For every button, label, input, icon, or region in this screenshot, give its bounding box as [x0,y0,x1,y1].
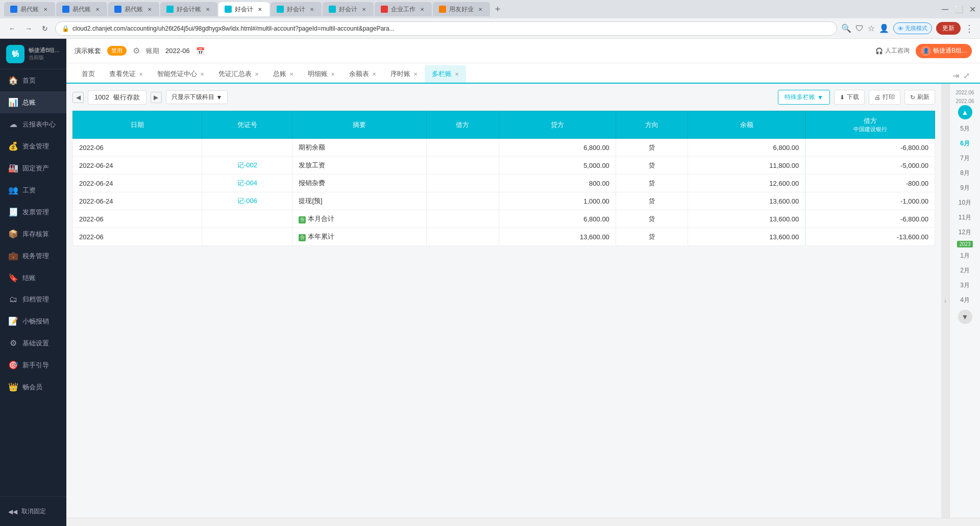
minimize-icon[interactable]: ─ [942,4,948,15]
voucher-link-3[interactable]: 记-006 [237,197,257,205]
close-icon[interactable]: ✕ [969,5,976,14]
update-button[interactable]: 更新 [936,22,961,35]
tab-gl-close[interactable]: ✕ [289,71,293,77]
browser-tab-2[interactable]: 易代账 ✕ [56,2,107,16]
consult-button[interactable]: 🎧 人工咨询 [875,46,910,55]
user-menu-button[interactable]: 👤 畅捷通B组... [916,44,972,58]
horizontal-scrollbar[interactable] [66,518,980,526]
cell-voucher-3[interactable]: 记-006 [202,192,292,210]
tab-close-8[interactable]: ✕ [419,6,426,13]
sidebar-item-funds[interactable]: 💰 资金管理 [0,135,66,157]
cell-voucher-1[interactable]: 记-002 [202,157,292,174]
tab-close-1[interactable]: ✕ [42,6,49,13]
tab-balance-close[interactable]: ✕ [372,71,376,77]
tab-detail-ledger[interactable]: 明细账 ✕ [301,65,342,84]
side-collapse-handle[interactable]: › [941,84,949,518]
tab-multicolumn[interactable]: 多栏账 ✕ [425,65,466,84]
voucher-link-2[interactable]: 记-004 [237,179,257,187]
tab-summary[interactable]: 凭证汇总表 ✕ [211,65,266,84]
expand-icon[interactable]: ⤢ [961,69,972,83]
browser-tab-4[interactable]: 好会计账 ✕ [160,2,217,16]
month-feb[interactable]: 2月 [950,263,980,278]
tab-close-6[interactable]: ✕ [308,6,315,13]
tab-summary-close[interactable]: ✕ [255,71,259,77]
tab-close-2[interactable]: ✕ [94,6,101,13]
month-mar[interactable]: 3月 [950,278,980,293]
month-nov[interactable]: 11月 [950,210,980,225]
tab-mc-close[interactable]: ✕ [455,71,459,77]
browser-tab-9[interactable]: 用友好业 ✕ [433,2,490,16]
tab-dl-close[interactable]: ✕ [331,71,335,77]
tab-home[interactable]: 首页 [75,65,102,84]
sidebar-item-ledger[interactable]: 📊 总账 [0,91,66,113]
tab-smart-close[interactable]: ✕ [200,71,204,77]
tab-close-3[interactable]: ✕ [146,6,153,13]
refresh-button[interactable]: ↻ 刷新 [904,90,935,105]
tab-seq-close[interactable]: ✕ [413,71,418,77]
new-tab-button[interactable]: + [491,3,504,16]
sidebar-item-invoice[interactable]: 🧾 发票管理 [0,201,66,223]
month-dec[interactable]: 12月 [950,225,980,240]
tab-general-ledger[interactable]: 总账 ✕ [266,65,301,84]
timeline-scroll-up[interactable]: ▲ [958,105,972,119]
sidebar-item-inventory[interactable]: 📦 库存核算 [0,223,66,245]
tab-sequential[interactable]: 序时账 ✕ [383,65,425,84]
cell-voucher-2[interactable]: 记-004 [202,174,292,192]
sidebar-item-close[interactable]: 🔖 结账 [0,267,66,289]
special-multicolumn-button[interactable]: 特殊多栏账 ▼ [778,90,830,105]
tab-close-9[interactable]: ✕ [477,6,484,13]
browser-tab-7[interactable]: 好会计 ✕ [323,2,374,16]
sidebar-item-assets[interactable]: 🏭 固定资产 [0,157,66,179]
download-button[interactable]: ⬇ 下载 [834,90,865,105]
menu-icon[interactable]: ⋮ [965,23,974,34]
timeline-scroll-down[interactable]: ▼ [958,310,972,324]
shield-icon[interactable]: 🛡 [855,24,864,33]
sidebar-item-cloudreport[interactable]: ☁ 云报表中心 [0,113,66,135]
tab-voucher-close[interactable]: ✕ [139,71,143,77]
forward-button[interactable]: → [22,22,35,35]
tab-close-7[interactable]: ✕ [360,6,368,13]
month-jan[interactable]: 1月 [950,248,980,263]
filter-dropdown[interactable]: 只显示下级科目 ▼ [166,90,228,104]
sidebar-item-tax[interactable]: 💼 税务管理 [0,245,66,267]
browser-tab-8[interactable]: 企业工作 ✕ [375,2,432,16]
address-input[interactable]: 🔒 cloud2.chanjet.com/accounting/uh26t264… [55,21,837,36]
sidebar-item-member[interactable]: 👑 畅会员 [0,376,66,398]
month-jul[interactable]: 7月 [950,151,980,166]
sidebar-item-archive[interactable]: 🗂 归档管理 [0,289,66,310]
tab-close-4[interactable]: ✕ [204,6,211,13]
tab-smart-voucher[interactable]: 智能凭证中心 ✕ [150,65,211,84]
month-sep[interactable]: 9月 [950,181,980,195]
voucher-link-1[interactable]: 记-002 [237,161,257,169]
tab-close-5[interactable]: ✕ [256,6,263,13]
incognito-mode-button[interactable]: 👁 无痕模式 [893,22,932,34]
unpin-button[interactable]: ◀◀ 取消固定 [0,503,66,520]
search-icon[interactable]: 🔍 [841,23,851,33]
month-apr[interactable]: 4月 [950,293,980,308]
print-button[interactable]: 🖨 打印 [869,90,900,105]
sidebar-item-settings[interactable]: ⚙ 基础设置 [0,332,66,354]
tab-voucher[interactable]: 查看凭证 ✕ [102,65,150,84]
tab-balance[interactable]: 余额表 ✕ [342,65,383,84]
back-button[interactable]: ← [6,22,18,35]
month-oct[interactable]: 10月 [950,195,980,210]
gear-icon[interactable]: ⚙ [133,46,140,56]
browser-tab-3[interactable]: 易代账 ✕ [108,2,159,16]
month-may[interactable]: 5月 [950,121,980,136]
tabs-collapse-button[interactable]: ⇥ [950,69,961,83]
month-aug[interactable]: 8月 [950,166,980,181]
reload-button[interactable]: ↻ [39,22,51,35]
calendar-icon[interactable]: 📅 [196,47,205,55]
prev-account-button[interactable]: ◀ [72,92,84,103]
sidebar-item-expense[interactable]: 📝 小畅报销 [0,310,66,332]
profile-icon[interactable]: 👤 [879,23,889,33]
sidebar-item-payroll[interactable]: 👥 工资 [0,179,66,201]
month-jun[interactable]: 6月 [950,136,980,151]
browser-tab-1[interactable]: 易代账 ✕ [4,2,55,16]
browser-tab-6[interactable]: 好会计 ✕ [271,2,322,16]
browser-tab-5[interactable]: 好会计 ✕ [218,2,270,16]
star-icon[interactable]: ☆ [868,23,875,33]
sidebar-item-home[interactable]: 🏠 首页 [0,69,66,91]
restore-icon[interactable]: ⬜ [954,5,963,13]
sidebar-item-guide[interactable]: 🎯 新手引导 [0,354,66,376]
